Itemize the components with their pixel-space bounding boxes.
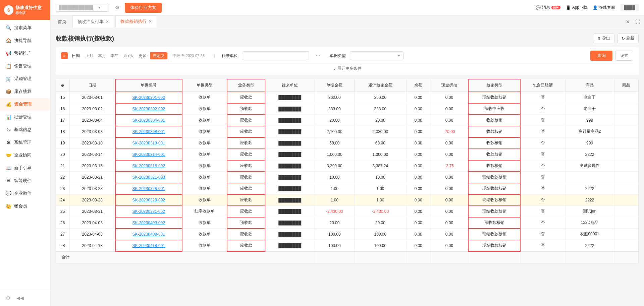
gear-icon[interactable]: ⚙	[113, 3, 121, 12]
customer-service-btn[interactable]: 👤 在线客服	[593, 5, 615, 10]
date-btn-this-year[interactable]: 本年	[109, 52, 120, 59]
app-download-btn[interactable]: 📱 App下载	[566, 5, 587, 10]
date-btn-more[interactable]: 更多	[137, 52, 148, 59]
tab-prepay-close[interactable]: ✕	[106, 19, 109, 24]
partner-input[interactable]	[242, 51, 309, 60]
bill-no-link[interactable]: SK-20230328-001	[132, 186, 165, 191]
sidebar-item-purchase[interactable]: 🛒 采购管理	[0, 72, 50, 85]
cell-bill_no[interactable]: SK-20230304-001	[115, 115, 182, 126]
tab-home[interactable]: 首页	[53, 15, 71, 28]
sidebar-item-inventory[interactable]: 📦 库存核算	[0, 85, 50, 98]
collapse-icon[interactable]: ◀◀	[15, 293, 25, 303]
cell-bill_no[interactable]: SK-20230418-001	[115, 240, 182, 252]
tab-prepay[interactable]: 预收冲应付单 ✕	[72, 15, 114, 28]
user-avatar[interactable]: ████	[621, 4, 639, 11]
bill-no-link[interactable]: SK-20230314-001	[132, 152, 165, 157]
cell-verify_type: 现结收款核销	[468, 92, 520, 103]
cell-bill_no[interactable]: SK-20230328-001	[115, 183, 182, 194]
cell-verify_type: 现结收款核销	[468, 172, 520, 183]
cell-balance: 0.00	[406, 206, 430, 217]
sidebar-item-wechat[interactable]: 💬 企业微信	[0, 187, 50, 200]
sidebar-item-guide[interactable]: 📖 新手引导	[0, 162, 50, 174]
tab-verify-close[interactable]: ✕	[149, 19, 152, 24]
sidebar-item-member[interactable]: 👑 畅会员	[0, 200, 50, 212]
cell-bill_no[interactable]: SK-20230302-002	[115, 103, 182, 115]
brand-edition: 标准版	[15, 11, 42, 15]
sidebar-item-system[interactable]: ⚙ 系统管理	[0, 136, 50, 149]
workspace-select[interactable]: ████████████ ▼	[56, 4, 109, 12]
wechat-icon: 💬	[5, 190, 11, 196]
sidebar-item-operations[interactable]: 📊 经营管理	[0, 111, 50, 123]
bill-no-link[interactable]: SK-20230308-001	[132, 129, 165, 134]
expand-btn[interactable]: ⛶	[634, 18, 641, 26]
cell-bill_no[interactable]: SK-20230331-002	[115, 206, 182, 217]
cell-biz_type: 应收款	[227, 194, 265, 206]
sidebar-item-collab[interactable]: 🤝 企业协同	[0, 149, 50, 162]
sidebar-item-search[interactable]: 🔍 搜索菜单	[0, 21, 50, 34]
bill-no-link[interactable]: SK-20230302-002	[132, 107, 165, 111]
cell-date: 2023-04-03	[69, 217, 115, 229]
cell-bill_no[interactable]: SK-20230403-002	[115, 217, 182, 229]
cell-goods: 2222	[565, 149, 614, 160]
bill-no-link[interactable]: SK-20230408-001	[132, 232, 165, 237]
th-partner: 往来单位	[265, 79, 315, 92]
cell-bill_type: 红字收款单	[182, 206, 227, 217]
cell-partner: ████████	[265, 217, 315, 229]
cell-bill_no[interactable]: SK-20230328-002	[115, 194, 182, 206]
cell-bill_no[interactable]: SK-20230308-001	[115, 126, 182, 137]
cell-bill_no[interactable]: SK-20230314-001	[115, 149, 182, 160]
table-scroll[interactable]: ⚙ 日期 单据编号 单据类型 业务类型 往来单位 单据金额 累计核销金额 余额 …	[56, 79, 638, 263]
settings-bottom-icon[interactable]: ⚙	[3, 293, 13, 303]
date-btn-last-month[interactable]: 上月	[84, 52, 95, 59]
bill-no-link[interactable]: SK-20230403-002	[132, 221, 165, 225]
page-title: 收款核销执行(按收款)	[56, 35, 114, 43]
sidebar-label-member: 畅会员	[14, 203, 27, 209]
tab-verify[interactable]: 收款核销执行 ✕	[115, 15, 157, 28]
sidebar-label-finance: 资金管理	[14, 101, 32, 107]
filter-settings-btn[interactable]: 设置	[615, 51, 633, 61]
date-btn-7days[interactable]: 近7天	[122, 52, 135, 59]
cell-bill_no[interactable]: SK-20230321-003	[115, 172, 182, 183]
bill-no-link[interactable]: SK-20230304-001	[132, 118, 165, 123]
sidebar-item-base-info[interactable]: 🗂 基础信息	[0, 123, 50, 136]
bill-no-link[interactable]: SK-20230418-001	[132, 243, 165, 248]
cell-balance: 0.00	[406, 137, 430, 149]
messages-btn[interactable]: 💬 消息 99+	[536, 5, 560, 10]
cell-bill_no[interactable]: SK-20230408-001	[115, 229, 182, 240]
filter-dots[interactable]: ···	[316, 53, 320, 59]
solution-btn[interactable]: 体验行业方案	[125, 3, 162, 13]
bill-no-link[interactable]: SK-20230321-003	[132, 175, 165, 180]
cell-bill_no[interactable]: SK-20230310-001	[115, 137, 182, 149]
bill-type-select[interactable]	[350, 51, 404, 60]
cell-goods: 123D商品	[565, 217, 614, 229]
close-all-btn[interactable]: ✕	[625, 18, 631, 26]
query-btn[interactable]: 查询	[590, 51, 612, 61]
bill-no-link[interactable]: SK-20230328-002	[132, 198, 165, 202]
cell-include_settled: 否	[520, 183, 565, 194]
cell-verify_type: 现结收款核销	[468, 240, 520, 252]
sidebar-item-marketing[interactable]: 📢 营销推广	[0, 47, 50, 60]
filter-expand-icon[interactable]: »	[61, 52, 68, 59]
date-btn-custom[interactable]: 自定义	[150, 52, 167, 59]
sidebar-item-nav[interactable]: 🏠 快捷导航	[0, 34, 50, 47]
sidebar-item-finance[interactable]: 💰 资金管理	[0, 98, 50, 111]
cell-partner: ████████	[265, 183, 315, 194]
cell-bill_no[interactable]: SK-20230315-002	[115, 160, 182, 172]
table-row: 252023-03-31SK-20230331-002红字收款单应收款█████…	[56, 206, 638, 217]
export-btn[interactable]: ⬆ 导出	[593, 34, 614, 43]
bill-no-link[interactable]: SK-20230315-002	[132, 164, 165, 168]
cell-partner: ████████	[265, 172, 315, 183]
bill-no-link[interactable]: SK-20230310-001	[132, 141, 165, 145]
cell-bill_no[interactable]: SK-20230301-002	[115, 92, 182, 103]
sidebar-item-hardware[interactable]: 🖥 智能硬件	[0, 174, 50, 187]
cell-verified_amount: 1.00	[354, 183, 406, 194]
sidebar-item-sales[interactable]: 📋 销售管理	[0, 60, 50, 72]
filter-bar: » 日期 上月 本月 本年 近7天 更多 自定义 不限 至 2023-07-26…	[56, 47, 639, 75]
bill-no-link[interactable]: SK-20230331-002	[132, 209, 165, 214]
refresh-btn[interactable]: ↻ 刷新	[617, 34, 639, 43]
cell-balance: 0.00	[406, 240, 430, 252]
bill-no-link[interactable]: SK-20230301-002	[132, 95, 165, 100]
date-btn-this-month[interactable]: 本月	[97, 52, 107, 59]
cell-goods2	[614, 115, 638, 126]
expand-more-btn[interactable]: ∨ 展开更多条件	[333, 66, 362, 71]
